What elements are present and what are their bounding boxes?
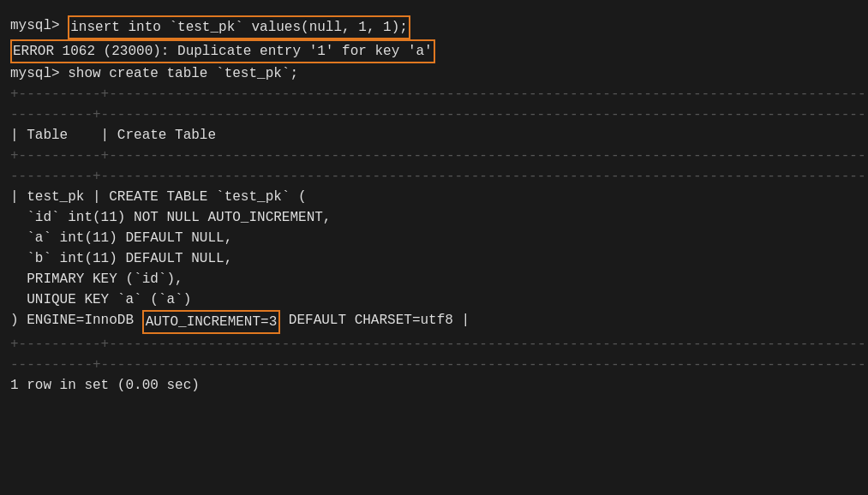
divider-4: ----------+-----------------------------… (10, 166, 858, 187)
engine-post: DEFAULT CHARSET=utf8 | (280, 310, 470, 331)
command-line-2: mysql> show create table `test_pk`; (10, 63, 858, 84)
error-line: ERROR 1062 (23000): Duplicate entry '1' … (10, 39, 858, 63)
cmd2: show create table `test_pk`; (68, 63, 298, 84)
divider-6: ----------+-----------------------------… (10, 355, 858, 375)
create-line-6: UNIQUE KEY `a` (`a`) (10, 289, 858, 310)
error-highlight: ERROR 1062 (23000): Duplicate entry '1' … (10, 39, 435, 63)
terminal: mysql> insert into `test_pk` values(null… (0, 0, 868, 495)
divider-3: +----------+----------------------------… (10, 146, 858, 166)
divider-5: +----------+----------------------------… (10, 334, 858, 355)
create-line-3: `a` int(11) DEFAULT NULL, (10, 228, 858, 248)
prompt-1: mysql> (10, 15, 68, 36)
divider-1: +----------+----------------------------… (10, 84, 858, 104)
create-line-1: | test_pk | CREATE TABLE `test_pk` ( (10, 187, 858, 207)
auto-increment-highlight: AUTO_INCREMENT=3 (142, 310, 281, 334)
create-line-7: ) ENGINE=InnoDB AUTO_INCREMENT=3 DEFAULT… (10, 310, 858, 334)
command-line-1: mysql> insert into `test_pk` values(null… (10, 15, 858, 39)
result-line: 1 row in set (0.00 sec) (10, 375, 858, 396)
cmd1-highlight: insert into `test_pk` values(null, 1, 1)… (68, 15, 410, 39)
engine-pre: ) ENGINE=InnoDB (10, 310, 142, 331)
create-line-2: `id` int(11) NOT NULL AUTO_INCREMENT, (10, 207, 858, 228)
divider-2: ----------+-----------------------------… (10, 104, 858, 125)
prompt-2: mysql> (10, 63, 68, 84)
create-line-5: PRIMARY KEY (`id`), (10, 269, 858, 289)
create-line-4: `b` int(11) DEFAULT NULL, (10, 248, 858, 269)
table-header: | Table | Create Table (10, 125, 858, 146)
